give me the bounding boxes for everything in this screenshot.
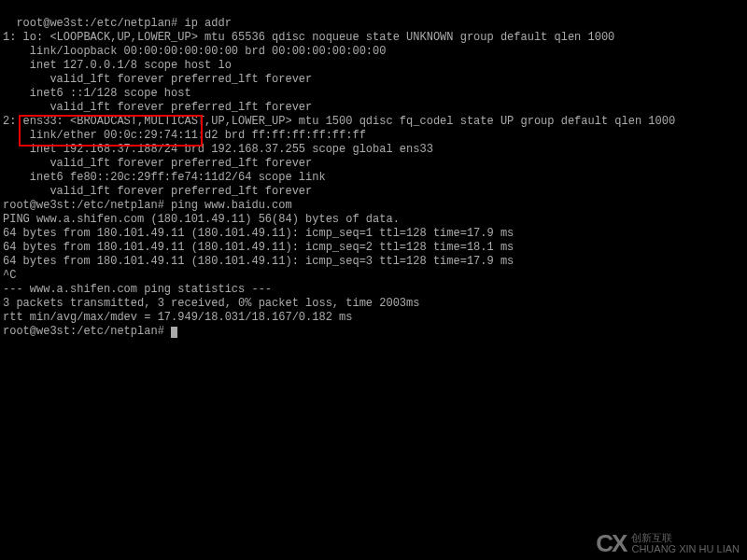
watermark-text: 创新互联 CHUANG XIN HU LIAN xyxy=(631,532,740,554)
term-line: ^C xyxy=(3,269,16,282)
term-line: 3 packets transmitted, 3 received, 0% pa… xyxy=(3,297,419,310)
term-line: link/loopback 00:00:00:00:00:00 brd 00:0… xyxy=(3,45,386,58)
term-line: rtt min/avg/max/mdev = 17.949/18.031/18.… xyxy=(3,311,352,324)
cursor-icon xyxy=(171,327,177,338)
watermark: CX 创新互联 CHUANG XIN HU LIAN xyxy=(596,532,740,554)
term-line: root@we3st:/etc/netplan# ip addr xyxy=(16,17,231,30)
term-line: PING www.a.shifen.com (180.101.49.11) 56… xyxy=(3,213,400,226)
term-line: 64 bytes from 180.101.49.11 (180.101.49.… xyxy=(3,227,514,240)
watermark-logo-icon: CX xyxy=(596,537,626,551)
annotation-highlight-box xyxy=(19,115,203,147)
term-line: inet6 ::1/128 scope host xyxy=(3,87,191,100)
watermark-line1: 创新互联 xyxy=(631,532,672,543)
term-line: inet 127.0.0.1/8 scope host lo xyxy=(3,59,232,72)
term-line: valid_lft forever preferred_lft forever xyxy=(3,185,312,198)
watermark-line2: CHUANG XIN HU LIAN xyxy=(631,543,740,554)
term-line: 64 bytes from 180.101.49.11 (180.101.49.… xyxy=(3,241,514,254)
term-line: 1: lo: <LOOPBACK,UP,LOWER_UP> mtu 65536 … xyxy=(3,31,614,44)
term-line: valid_lft forever preferred_lft forever xyxy=(3,73,312,86)
term-line: valid_lft forever preferred_lft forever xyxy=(3,101,312,114)
term-line: 64 bytes from 180.101.49.11 (180.101.49.… xyxy=(3,255,514,268)
term-line: valid_lft forever preferred_lft forever xyxy=(3,157,312,170)
term-line: inet6 fe80::20c:29ff:fe74:11d2/64 scope … xyxy=(3,171,326,184)
term-line: --- www.a.shifen.com ping statistics --- xyxy=(3,283,272,296)
term-prompt: root@we3st:/etc/netplan# xyxy=(3,325,171,338)
term-line: root@we3st:/etc/netplan# ping www.baidu.… xyxy=(3,199,292,212)
terminal-output[interactable]: root@we3st:/etc/netplan# ip addr 1: lo: … xyxy=(3,3,744,339)
